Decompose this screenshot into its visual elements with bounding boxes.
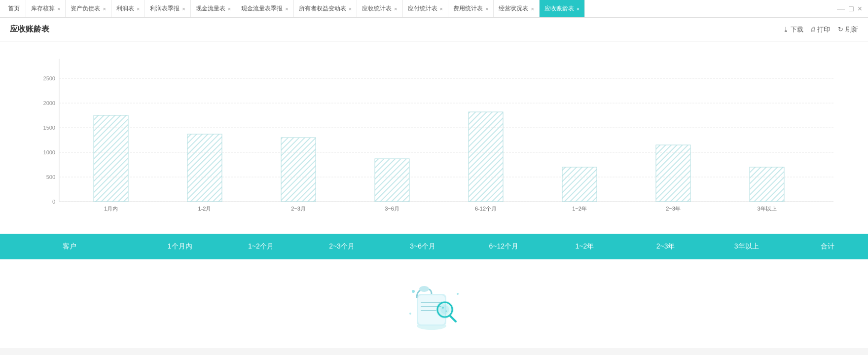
svg-point-29 xyxy=(419,286,429,292)
svg-text:1-2月: 1-2月 xyxy=(198,206,212,212)
svg-text:1月内: 1月内 xyxy=(104,206,118,212)
chart-container: 0 500 1000 1500 2000 2500 1月内 xyxy=(0,41,868,234)
bar-1-2月 xyxy=(187,134,222,202)
svg-point-36 xyxy=(409,313,411,315)
svg-text:1~2年: 1~2年 xyxy=(572,206,587,212)
th-合计: 合计 xyxy=(787,242,868,251)
svg-text:6-12个月: 6-12个月 xyxy=(475,206,497,212)
tab-bar: 首页 库存核算×资产负债表×利润表×利润表季报×现金流量表×现金流量表季报×所有… xyxy=(0,0,868,18)
tab-home-label: 首页 xyxy=(8,4,20,13)
tab-close-expense-stats[interactable]: × xyxy=(485,6,488,12)
tab-balance-sheet[interactable]: 资产负债表× xyxy=(66,0,111,18)
svg-text:2~3年: 2~3年 xyxy=(666,206,681,212)
tab-label-expense-stats: 费用统计表 xyxy=(453,4,483,13)
tab-close-cashflow[interactable]: × xyxy=(228,6,231,12)
print-icon: ⎙ xyxy=(811,26,815,33)
tab-label-equity-changes: 所有者权益变动表 xyxy=(299,4,346,13)
svg-point-34 xyxy=(412,290,415,293)
svg-text:1500: 1500 xyxy=(43,125,55,131)
bar-6-12月 xyxy=(469,112,503,202)
svg-point-37 xyxy=(442,307,444,309)
tab-close-equity-changes[interactable]: × xyxy=(349,6,352,12)
tab-ap-stats[interactable]: 应付统计表× xyxy=(403,0,448,18)
th-2~3年: 2~3年 xyxy=(625,242,706,251)
tab-ar-aging[interactable]: 应收账龄表× xyxy=(540,0,585,18)
tab-profit[interactable]: 利润表× xyxy=(111,0,145,18)
tab-cashflow[interactable]: 现金流量表× xyxy=(191,0,236,18)
tab-ar-stats[interactable]: 应收统计表× xyxy=(357,0,402,18)
close-window-icon[interactable]: × xyxy=(858,4,862,13)
table-header: 客户1个月内1~2个月2~3个月3~6个月6~12个月1~2年2~3年3年以上合… xyxy=(0,234,868,259)
th-1~2个月: 1~2个月 xyxy=(220,242,301,251)
tab-label-balance-sheet: 资产负债表 xyxy=(71,4,100,13)
minimize-icon[interactable]: — xyxy=(837,4,845,13)
tab-label-inventory: 库存核算 xyxy=(31,4,55,13)
bar-1月内 xyxy=(94,115,128,202)
svg-text:2500: 2500 xyxy=(43,75,55,81)
th-1个月内: 1个月内 xyxy=(140,242,220,251)
page-header: 应收账龄表 ⤓ 下载 ⎙ 打印 ↻ 刷新 xyxy=(0,18,868,41)
refresh-label: 刷新 xyxy=(845,25,858,34)
svg-text:3~6月: 3~6月 xyxy=(385,206,399,212)
svg-text:2~3月: 2~3月 xyxy=(291,206,306,212)
svg-text:500: 500 xyxy=(46,174,55,180)
tab-home[interactable]: 首页 xyxy=(2,0,26,18)
tab-label-cashflow: 现金流量表 xyxy=(196,4,225,13)
tab-cashflow-quarterly[interactable]: 现金流量表季报× xyxy=(236,0,293,18)
download-label: 下载 xyxy=(791,25,803,34)
empty-state xyxy=(404,269,464,338)
bar-2-3年 xyxy=(656,145,690,202)
tab-label-profit-quarterly: 利润表季报 xyxy=(150,4,180,13)
tab-label-ar-aging: 应收账龄表 xyxy=(544,4,574,13)
tab-close-ar-stats[interactable]: × xyxy=(394,6,397,12)
page-title: 应收账龄表 xyxy=(10,24,49,35)
download-icon: ⤓ xyxy=(783,26,789,33)
print-label: 打印 xyxy=(817,25,830,34)
refresh-button[interactable]: ↻ 刷新 xyxy=(838,25,858,34)
empty-icon xyxy=(404,279,464,333)
tab-close-operation-status[interactable]: × xyxy=(531,6,534,12)
tab-label-ap-stats: 应付统计表 xyxy=(408,4,437,13)
download-button[interactable]: ⤓ 下载 xyxy=(783,25,803,34)
print-button[interactable]: ⎙ 打印 xyxy=(811,25,830,34)
tab-profit-quarterly[interactable]: 利润表季报× xyxy=(145,0,190,18)
th-3年以上: 3年以上 xyxy=(706,242,787,251)
main-content: 0 500 1000 1500 2000 2500 1月内 xyxy=(0,41,868,348)
svg-point-35 xyxy=(457,293,459,295)
maximize-icon[interactable]: □ xyxy=(849,4,854,13)
tab-label-ar-stats: 应收统计表 xyxy=(362,4,392,13)
tab-close-ap-stats[interactable]: × xyxy=(440,6,443,12)
window-controls: — □ × xyxy=(837,4,866,13)
tab-close-ar-aging[interactable]: × xyxy=(577,6,579,12)
bar-2-3月 xyxy=(281,138,316,202)
tab-close-profit-quarterly[interactable]: × xyxy=(182,6,185,12)
svg-point-38 xyxy=(446,311,447,312)
th-2~3个月: 2~3个月 xyxy=(301,242,382,251)
tab-label-cashflow-quarterly: 现金流量表季报 xyxy=(241,4,283,13)
svg-text:0: 0 xyxy=(52,199,55,205)
tab-label-profit: 利润表 xyxy=(116,4,134,13)
tab-operation-status[interactable]: 经营状况表× xyxy=(494,0,539,18)
bar-chart: 0 500 1000 1500 2000 2500 1月内 xyxy=(20,51,848,224)
tab-equity-changes[interactable]: 所有者权益变动表× xyxy=(294,0,357,18)
bar-3-6月 xyxy=(375,159,409,202)
svg-point-33 xyxy=(440,305,449,314)
tab-close-profit[interactable]: × xyxy=(137,6,140,12)
page-actions: ⤓ 下载 ⎙ 打印 ↻ 刷新 xyxy=(783,25,858,34)
svg-line-32 xyxy=(450,316,456,321)
tab-expense-stats[interactable]: 费用统计表× xyxy=(448,0,494,18)
th-6~12个月: 6~12个月 xyxy=(463,242,544,251)
bar-1-2年 xyxy=(562,167,597,202)
tab-close-inventory[interactable]: × xyxy=(57,6,60,12)
svg-text:3年以上: 3年以上 xyxy=(757,206,776,212)
tab-close-balance-sheet[interactable]: × xyxy=(103,6,106,12)
th-1~2年: 1~2年 xyxy=(544,242,625,251)
table-body xyxy=(0,259,868,348)
svg-text:2000: 2000 xyxy=(43,100,55,106)
tab-close-cashflow-quarterly[interactable]: × xyxy=(285,6,288,12)
tab-label-operation-status: 经营状况表 xyxy=(499,4,528,13)
bar-3年以上 xyxy=(750,167,784,202)
tab-inventory[interactable]: 库存核算× xyxy=(26,0,66,18)
th-客户: 客户 xyxy=(0,242,140,251)
svg-text:1000: 1000 xyxy=(43,149,55,155)
